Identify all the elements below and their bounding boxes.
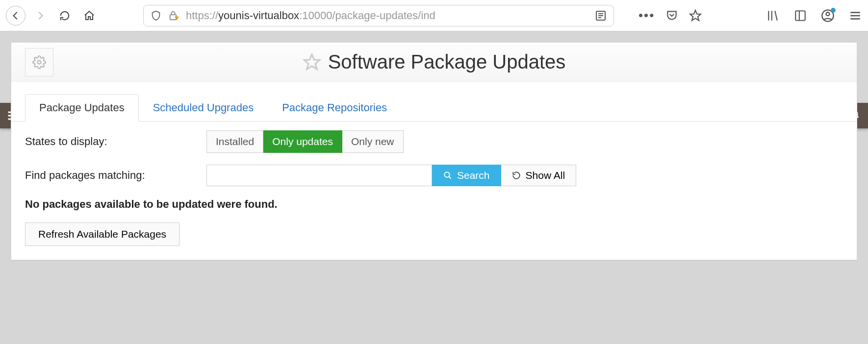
svg-point-22 [444,172,450,177]
state-installed[interactable]: Installed [206,130,263,153]
account-icon[interactable] [821,9,835,23]
tab-package-updates[interactable]: Package Updates [25,94,139,122]
meatballs-icon[interactable]: ••• [638,8,655,23]
tabs-bar: Package Updates Scheduled Upgrades Packa… [11,82,857,122]
state-only-updates[interactable]: Only updates [263,130,342,153]
shield-icon [151,10,161,21]
empty-message: No packages available to be updated were… [25,198,843,211]
back-button[interactable] [6,6,26,25]
page-title: Software Package Updates [328,51,566,73]
sidebar-icon[interactable] [793,9,807,23]
svg-marker-6 [690,10,701,21]
svg-rect-10 [795,11,805,21]
svg-line-9 [775,11,777,21]
home-button[interactable] [79,6,99,25]
search-label: Find packages matching: [25,169,206,182]
search-icon [443,171,452,180]
address-bar[interactable]: https://younis-virtualbox:10000/package-… [143,5,614,26]
svg-point-20 [38,60,41,64]
svg-marker-21 [304,54,320,69]
states-segmented: Installed Only updates Only new [206,130,404,153]
search-button[interactable]: Search [432,165,501,186]
reader-mode-icon[interactable] [595,10,607,22]
search-input[interactable] [206,165,432,186]
library-icon[interactable] [766,9,780,23]
state-only-new[interactable]: Only new [342,130,404,153]
svg-line-23 [449,176,451,179]
module-settings-button[interactable] [25,48,53,76]
show-all-button[interactable]: Show All [501,165,577,186]
lock-warning-icon [168,10,179,21]
menu-icon[interactable] [848,9,862,23]
forward-button[interactable] [30,6,50,25]
history-icon [512,171,521,180]
bookmark-star-icon[interactable] [689,9,702,22]
refresh-button[interactable]: Refresh Available Packages [25,222,179,246]
main-panel: Software Package Updates Package Updates… [11,42,857,260]
tab-package-repositories[interactable]: Package Repositories [268,94,401,122]
browser-toolbar: https://younis-virtualbox:10000/package-… [0,0,868,31]
reload-button[interactable] [55,6,75,25]
states-label: States to display: [25,135,206,148]
panel-header: Software Package Updates [11,43,857,82]
svg-point-13 [826,12,830,16]
pocket-icon[interactable] [665,9,678,22]
tab-scheduled-upgrades[interactable]: Scheduled Upgrades [139,94,268,122]
favorite-star-icon[interactable] [303,53,321,72]
url-text: https://younis-virtualbox:10000/package-… [186,9,435,22]
